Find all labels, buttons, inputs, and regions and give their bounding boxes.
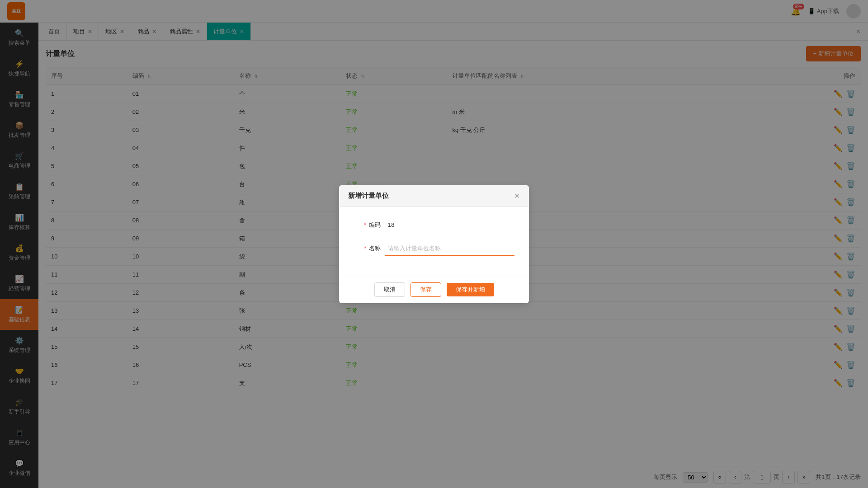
- add-unit-modal: 新增计量单位 ✕ * 编码 * 名称 取消 保存 保存并新增: [339, 185, 529, 303]
- form-row-code: * 编码: [354, 218, 514, 232]
- form-label-name: * 名称: [354, 244, 381, 253]
- name-input[interactable]: [385, 241, 514, 256]
- form-row-name: * 名称: [354, 241, 514, 256]
- modal-body: * 编码 * 名称: [339, 207, 529, 276]
- form-label-code: * 编码: [354, 221, 381, 229]
- save-button[interactable]: 保存: [410, 282, 441, 297]
- code-label-text: 编码: [369, 221, 381, 228]
- modal-title: 新增计量单位: [348, 192, 389, 200]
- save-and-new-button[interactable]: 保存并新增: [447, 283, 494, 296]
- name-label-text: 名称: [369, 245, 381, 252]
- cancel-button[interactable]: 取消: [374, 282, 405, 297]
- modal-overlay[interactable]: 新增计量单位 ✕ * 编码 * 名称 取消 保存 保存并新增: [0, 0, 868, 488]
- modal-header: 新增计量单位 ✕: [339, 185, 529, 207]
- modal-close-button[interactable]: ✕: [514, 192, 520, 200]
- modal-footer: 取消 保存 保存并新增: [339, 276, 529, 303]
- code-input[interactable]: [385, 218, 514, 232]
